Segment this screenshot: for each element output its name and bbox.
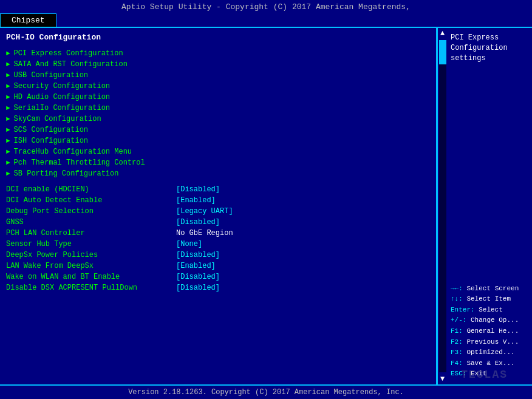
help-desc-4: General He... [466, 327, 519, 335]
kv-dsx-acpresent[interactable]: Disable DSX ACPRESENT PullDown [Disabled… [6, 282, 430, 293]
menu-item-sb-porting[interactable]: ► SB Porting Configuration [6, 168, 430, 179]
help-desc-5: Previous V... [466, 338, 519, 346]
tab-bar: Chipset [0, 13, 532, 28]
menu-item-usb[interactable]: ► USB Configuration [6, 70, 430, 81]
help-key-f2: F2: [451, 338, 463, 346]
menu-item-scs[interactable]: ► SCS Configuration [6, 124, 430, 135]
menu-item-pci-express[interactable]: ► PCI Express Configuration [6, 48, 430, 59]
help-desc-3: Change Op... [471, 316, 519, 324]
kv-gnss[interactable]: GNSS [Disabled] [6, 217, 430, 228]
arrow-icon: ► [6, 159, 10, 166]
help-key-updown: ↑↓: [451, 295, 463, 302]
help-item-5: F2: Previous V... [451, 337, 528, 348]
help-desc-7: Save & Ex... [466, 360, 514, 367]
arrow-icon: ► [6, 115, 10, 123]
menu-item-serialio[interactable]: ► SerialIo Configuration [6, 103, 430, 114]
help-key-plusminus: +/-: [451, 316, 466, 324]
help-desc-1: Select Item [466, 295, 511, 302]
scroll-track[interactable] [439, 40, 446, 372]
help-section: →←: Select Screen ↑↓: Select Item Enter:… [451, 284, 528, 380]
scroll-down-arrow[interactable]: ▼ [438, 373, 448, 384]
arrow-icon: ► [6, 126, 10, 134]
header-text: Aptio Setup Utility - Copyright (C) 2017… [121, 2, 411, 12]
footer-text: Version 2.18.1263. Copyright (C) 2017 Am… [128, 388, 404, 397]
right-panel: PCI Express Configuration settings →←: S… [447, 28, 532, 384]
menu-item-sata[interactable]: ► SATA And RST Configuration [6, 59, 430, 70]
arrow-icon: ► [6, 50, 10, 57]
panel-title: PCH-IO Configuration [6, 33, 430, 42]
help-item-4: F1: General He... [451, 326, 528, 337]
kv-dci-enable[interactable]: DCI enable (HDCIEN) [Disabled] [6, 184, 430, 195]
help-key-arrows: →←: [451, 285, 463, 292]
right-panel-title: PCI Express Configuration settings [451, 33, 528, 63]
kv-debug-port[interactable]: Debug Port Selection [Legacy UART] [6, 206, 430, 217]
menu-list: ► PCI Express Configuration ► SATA And R… [6, 48, 430, 179]
menu-item-ish[interactable]: ► ISH Configuration [6, 135, 430, 146]
menu-item-skycam[interactable]: ► SkyCam Configuration [6, 114, 430, 124]
arrow-icon: ► [6, 61, 10, 68]
arrow-icon: ► [6, 83, 10, 90]
kv-sensor-hub[interactable]: Sensor Hub Type [None] [6, 239, 430, 250]
help-item-0: →←: Select Screen [451, 284, 528, 295]
scroll-thumb [439, 40, 446, 64]
help-item-1: ↑↓: Select Item [451, 294, 528, 305]
arrow-icon: ► [6, 72, 10, 79]
arrow-icon: ► [6, 137, 10, 145]
arrow-icon: ► [6, 170, 10, 177]
kv-pch-lan[interactable]: PCH LAN Controller No GbE Region [6, 228, 430, 239]
watermark: TECLAS [461, 369, 508, 381]
help-item-2: Enter: Select [451, 305, 528, 316]
help-item-6: F3: Optimized... [451, 347, 528, 358]
scroll-up-arrow[interactable]: ▲ [438, 28, 448, 39]
footer: Version 2.18.1263. Copyright (C) 2017 Am… [0, 384, 532, 399]
help-key-enter: Enter: [451, 306, 475, 313]
help-key-f3: F3: [451, 349, 463, 356]
kv-dci-auto[interactable]: DCI Auto Detect Enable [Enabled] [6, 195, 430, 206]
menu-item-hd-audio[interactable]: ► HD Audio Configuration [6, 92, 430, 103]
main-area: PCH-IO Configuration ► PCI Express Confi… [0, 28, 532, 384]
arrow-icon: ► [6, 104, 10, 112]
menu-item-tracehub[interactable]: ► TraceHub Configuration Menu [6, 146, 430, 157]
help-key-f4: F4: [451, 360, 463, 367]
kv-deepsx-power[interactable]: DeepSx Power Policies [Disabled] [6, 250, 430, 261]
menu-item-security[interactable]: ► Security Configuration [6, 81, 430, 92]
help-item-3: +/-: Change Op... [451, 315, 528, 326]
scrollbar[interactable]: ▲ ▼ [437, 28, 447, 384]
help-desc-2: Select [479, 306, 503, 313]
arrow-icon: ► [6, 94, 10, 101]
left-panel: PCH-IO Configuration ► PCI Express Confi… [0, 28, 437, 384]
tab-chipset[interactable]: Chipset [0, 13, 56, 27]
arrow-icon: ► [6, 148, 10, 155]
help-desc-0: Select Screen [466, 285, 519, 292]
kv-lan-wake[interactable]: LAN Wake From DeepSx [Enabled] [6, 261, 430, 271]
kv-list: DCI enable (HDCIEN) [Disabled] DCI Auto … [6, 184, 430, 293]
bios-screen: Aptio Setup Utility - Copyright (C) 2017… [0, 0, 532, 399]
help-desc-6: Optimized... [466, 349, 514, 356]
help-item-7: F4: Save & Ex... [451, 358, 528, 369]
top-header: Aptio Setup Utility - Copyright (C) 2017… [0, 0, 532, 13]
kv-wlan-bt[interactable]: Wake on WLAN and BT Enable [Disabled] [6, 271, 430, 282]
menu-item-throttling[interactable]: ► Pch Thermal Throttling Control [6, 157, 430, 168]
help-key-f1: F1: [451, 327, 463, 335]
